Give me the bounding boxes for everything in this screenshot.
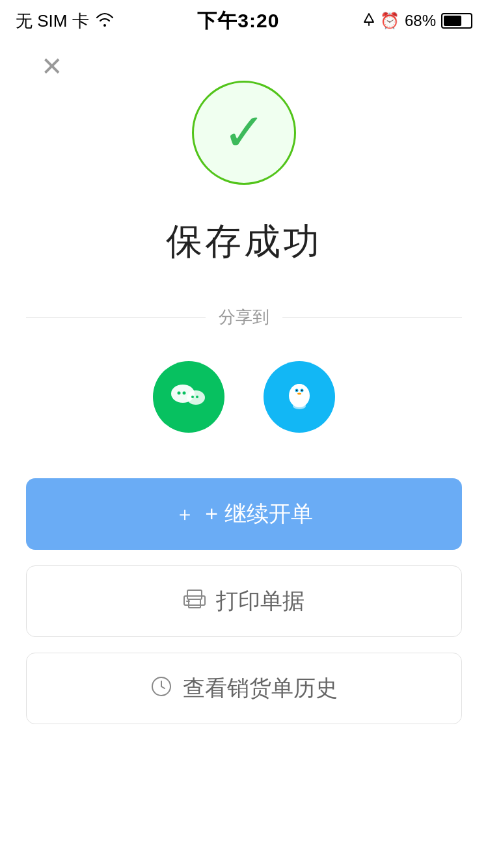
qq-share-button[interactable] <box>264 361 335 433</box>
checkmark-icon: ✓ <box>223 107 266 159</box>
close-button[interactable]: ✕ <box>33 47 72 86</box>
wechat-share-button[interactable] <box>153 361 224 433</box>
svg-point-10 <box>296 390 297 391</box>
print-icon <box>183 590 206 614</box>
success-circle: ✓ <box>192 81 296 185</box>
no-sim-text: 无 SIM 卡 <box>16 10 89 33</box>
svg-point-15 <box>293 403 306 409</box>
battery-percent: 68% <box>405 12 436 30</box>
success-title: 保存成功 <box>166 217 322 267</box>
svg-point-5 <box>196 396 198 398</box>
svg-rect-17 <box>189 599 200 608</box>
share-icons <box>26 361 462 433</box>
share-divider: 分享到 <box>26 306 462 329</box>
status-left: 无 SIM 卡 <box>16 10 114 33</box>
history-label: 查看销货单历史 <box>183 673 338 703</box>
divider-line-left <box>26 317 206 318</box>
svg-point-12 <box>297 393 301 395</box>
alarm-icon: ⏰ <box>380 12 400 30</box>
divider-line-right <box>282 317 462 318</box>
status-time: 下午3:20 <box>197 8 279 34</box>
svg-point-2 <box>178 392 181 395</box>
location-icon <box>363 12 375 30</box>
svg-rect-16 <box>187 590 202 599</box>
svg-point-11 <box>301 390 303 391</box>
svg-point-4 <box>191 396 194 398</box>
continue-order-label: + 继续开单 <box>205 499 312 529</box>
svg-rect-19 <box>186 601 190 602</box>
close-icon: ✕ <box>41 53 63 79</box>
continue-order-button[interactable]: ＋ + 继续开单 <box>26 478 462 550</box>
actions: ＋ + 继续开单 打印单据 查看销货单历史 <box>0 478 488 724</box>
main-content: ✓ 保存成功 分享到 <box>0 42 488 724</box>
status-bar: 无 SIM 卡 下午3:20 ⏰ 68% <box>0 0 488 42</box>
battery-icon <box>441 13 472 29</box>
status-right: ⏰ 68% <box>363 12 472 30</box>
svg-point-7 <box>293 384 306 397</box>
wifi-icon <box>96 11 114 31</box>
history-button[interactable]: 查看销货单历史 <box>26 653 462 724</box>
svg-point-3 <box>183 392 186 395</box>
share-label: 分享到 <box>219 306 269 329</box>
history-icon <box>150 675 172 702</box>
svg-point-1 <box>187 390 205 405</box>
print-label: 打印单据 <box>216 586 305 616</box>
share-section: 分享到 <box>0 306 488 433</box>
print-button[interactable]: 打印单据 <box>26 565 462 637</box>
plus-icon: ＋ <box>175 501 195 528</box>
